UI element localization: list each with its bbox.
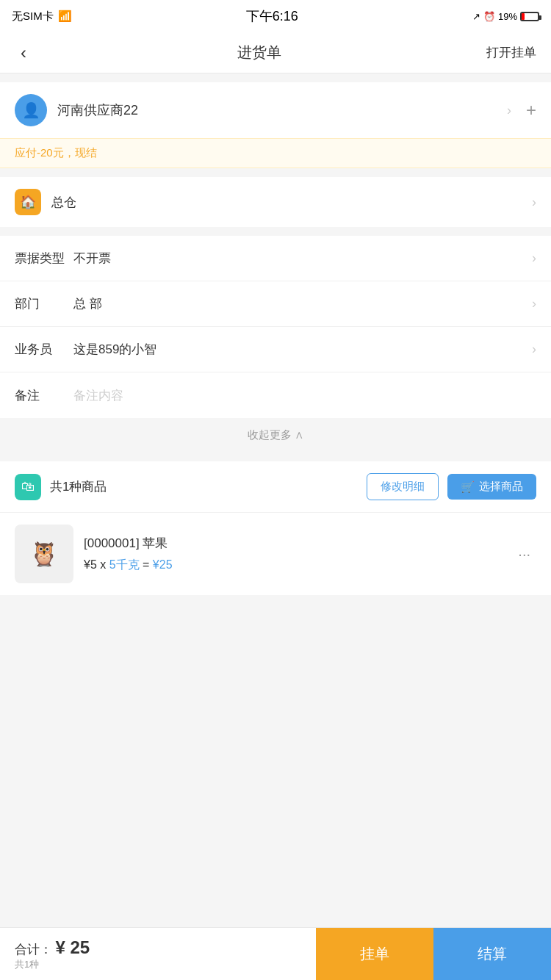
- alarm-icon: ⏰: [483, 11, 495, 22]
- product-info: [0000001] 苹果 ¥5 x 5千克 = ¥25: [84, 535, 512, 573]
- battery-icon: [520, 12, 539, 21]
- supplier-name: 河南供应商22: [57, 101, 507, 119]
- location-icon: ↗: [472, 11, 480, 22]
- product-total: ¥25: [153, 558, 173, 571]
- invoice-type-label: 票据类型: [15, 250, 73, 267]
- products-header: 🛍 共1种商品 修改明细 🛒 选择商品: [0, 461, 551, 513]
- product-price: ¥5 x 5千克 = ¥25: [84, 558, 512, 573]
- back-button[interactable]: ‹: [15, 37, 32, 69]
- wifi-icon: 📶: [58, 10, 72, 23]
- invoice-chevron-icon: ›: [532, 251, 536, 266]
- section-gap-2: [0, 168, 551, 177]
- supplier-section: 👤 河南供应商22 › + 应付-20元，现结: [0, 82, 551, 168]
- section-gap-4: [0, 453, 551, 461]
- checkout-button[interactable]: 结算: [433, 928, 551, 980]
- footer-total: 合计： ¥ 25 共1种: [0, 928, 316, 980]
- select-product-icon: 🛒: [461, 480, 475, 494]
- warehouse-chevron-icon: ›: [532, 195, 536, 210]
- department-label: 部门: [15, 295, 73, 312]
- warehouse-name: 总仓: [51, 194, 532, 211]
- battery-percent: 19%: [498, 11, 517, 22]
- add-supplier-button[interactable]: +: [526, 100, 536, 120]
- total-label: 合计：: [15, 943, 52, 956]
- product-thumb-icon: 🦉: [29, 540, 59, 568]
- invoice-type-row[interactable]: 票据类型 不开票 ›: [0, 236, 551, 281]
- product-quantity: 5千克: [109, 558, 140, 571]
- avatar-icon: 👤: [22, 101, 40, 119]
- salesperson-value: 这是859的小智: [73, 341, 532, 358]
- department-chevron-icon: ›: [532, 296, 536, 311]
- carrier-label: 无SIM卡: [12, 10, 54, 24]
- product-thumbnail: 🦉: [15, 525, 73, 583]
- product-more-button[interactable]: ···: [512, 540, 536, 569]
- product-equals: =: [140, 558, 153, 571]
- suspend-label: 挂单: [360, 944, 389, 964]
- section-gap-1: [0, 73, 551, 82]
- open-suspend-button[interactable]: 打开挂单: [486, 44, 536, 61]
- footer: 合计： ¥ 25 共1种 挂单 结算: [0, 927, 551, 980]
- supplier-avatar: 👤: [15, 94, 47, 126]
- salesperson-row[interactable]: 业务员 这是859的小智 ›: [0, 327, 551, 372]
- notice-text: 应付-20元，现结: [15, 146, 97, 159]
- status-bar: 无SIM卡 📶 下午6:16 ↗ ⏰ 19%: [0, 0, 551, 32]
- status-right: ↗ ⏰ 19%: [472, 11, 539, 22]
- section-gap-3: [0, 227, 551, 236]
- page-title: 进货单: [237, 43, 281, 62]
- footer-spacer: [0, 595, 551, 654]
- remark-row[interactable]: 备注 备注内容: [0, 372, 551, 418]
- products-count: 共1种商品: [50, 478, 367, 495]
- time-label: 下午6:16: [246, 7, 298, 25]
- modify-detail-button[interactable]: 修改明细: [367, 473, 439, 500]
- warehouse-section: 🏠 总仓 ›: [0, 177, 551, 227]
- nav-bar: ‹ 进货单 打开挂单: [0, 32, 551, 73]
- select-product-button[interactable]: 🛒 选择商品: [447, 474, 536, 500]
- products-section: 🛍 共1种商品 修改明细 🛒 选择商品 🦉 [0000001] 苹果 ¥5 x …: [0, 461, 551, 595]
- invoice-type-value: 不开票: [73, 250, 532, 267]
- suspend-button[interactable]: 挂单: [316, 928, 433, 980]
- supplier-chevron-icon: ›: [507, 103, 511, 118]
- department-value: 总 部: [73, 295, 532, 312]
- footer-count: 共1种: [15, 958, 301, 971]
- collapse-bar[interactable]: 收起更多 ∧: [0, 418, 551, 453]
- salesperson-label: 业务员: [15, 341, 73, 358]
- select-product-label: 选择商品: [479, 480, 523, 494]
- remark-label: 备注: [15, 387, 73, 404]
- products-icon: 🛍: [15, 474, 41, 500]
- warehouse-row[interactable]: 🏠 总仓 ›: [0, 177, 551, 227]
- status-left: 无SIM卡 📶: [12, 10, 72, 24]
- salesperson-chevron-icon: ›: [532, 342, 536, 357]
- warehouse-icon: 🏠: [15, 189, 41, 215]
- notice-bar: 应付-20元，现结: [0, 138, 551, 168]
- product-unit-price: ¥5 x: [84, 558, 109, 571]
- total-amount: ¥ 25: [55, 937, 90, 957]
- form-section: 票据类型 不开票 › 部门 总 部 › 业务员 这是859的小智 › 备注 备注…: [0, 236, 551, 418]
- product-name: [0000001] 苹果: [84, 535, 512, 552]
- checkout-label: 结算: [478, 944, 507, 964]
- collapse-label: 收起更多 ∧: [248, 428, 303, 441]
- footer-total-row: 合计： ¥ 25: [15, 937, 301, 958]
- department-row[interactable]: 部门 总 部 ›: [0, 281, 551, 327]
- remark-placeholder: 备注内容: [73, 387, 536, 404]
- supplier-row[interactable]: 👤 河南供应商22 › +: [0, 82, 551, 138]
- product-item: 🦉 [0000001] 苹果 ¥5 x 5千克 = ¥25 ···: [0, 513, 551, 595]
